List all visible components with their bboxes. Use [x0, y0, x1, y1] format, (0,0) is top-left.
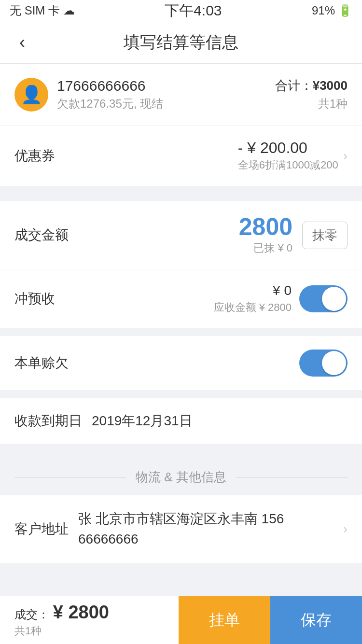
save-button[interactable]: 保存: [270, 596, 362, 644]
nav-bar: ‹ 填写结算等信息: [0, 21, 362, 64]
pre-receipt-label: 冲预收: [14, 290, 55, 308]
sim-status: 无 SIM 卡 ☁: [10, 3, 75, 18]
pre-receipt-value: ¥ 0: [214, 283, 292, 298]
toggle-knob: [322, 287, 346, 311]
address-label: 客户地址: [14, 520, 69, 538]
credit-toggle[interactable]: [299, 350, 348, 377]
separator-line-right: [236, 477, 348, 477]
due-date-value: 2019年12月31日: [92, 412, 193, 430]
pending-button[interactable]: 挂单: [179, 596, 270, 644]
logistics-label: 物流 & 其他信息: [136, 469, 226, 486]
pre-receipt-sub: 应收金额 ¥ 2800: [214, 300, 292, 315]
bottom-label: 成交：: [14, 608, 49, 621]
separator-line-left: [14, 477, 126, 477]
page-title: 填写结算等信息: [124, 31, 238, 54]
back-button[interactable]: ‹: [14, 28, 30, 57]
avatar: 👤: [14, 78, 48, 112]
round-button[interactable]: 抹零: [302, 222, 348, 249]
amount-section: 成交金额 2800 已抹 ¥ 0 抹零 冲预收 ¥ 0 应收金额 ¥ 2800: [0, 201, 362, 328]
credit-row: 本单赊欠: [0, 336, 362, 390]
amount-label: 成交金额: [14, 226, 69, 244]
coupon-discount: - ¥ 200.00: [238, 139, 338, 157]
credit-toggle-knob: [322, 351, 346, 375]
coupon-right: - ¥ 200.00 全场6折满1000减200 ›: [238, 139, 348, 172]
coupon-row[interactable]: 优惠券 - ¥ 200.00 全场6折满1000减200 ›: [0, 125, 362, 186]
battery-level: 91%: [312, 4, 335, 17]
customer-left: 👤 17666666666 欠款1276.35元, 现结: [14, 78, 163, 112]
pre-receipt-toggle[interactable]: [299, 285, 348, 312]
amount-row: 成交金额 2800 已抹 ¥ 0 抹零: [0, 201, 362, 269]
amount-sub: 已抹 ¥ 0: [239, 241, 292, 255]
bottom-bar: 成交： ¥ 2800 共1种 挂单 保存: [0, 596, 362, 644]
divider-1: [0, 194, 362, 201]
total-count: 共1种: [275, 96, 348, 112]
customer-section: 👤 17666666666 欠款1276.35元, 现结 合计：¥3000 共1…: [0, 64, 362, 186]
pre-receipt-row: 冲预收 ¥ 0 应收金额 ¥ 2800: [0, 269, 362, 328]
amount-value-group: 2800 已抹 ¥ 0: [239, 215, 292, 255]
credit-label: 本单赊欠: [14, 354, 69, 372]
status-right: 91% 🔋: [312, 4, 352, 17]
customer-row: 👤 17666666666 欠款1276.35元, 现结 合计：¥3000 共1…: [0, 64, 362, 125]
due-date-label: 收款到期日: [14, 412, 82, 430]
coupon-value: - ¥ 200.00 全场6折满1000减200: [238, 139, 338, 172]
total-label: 合计：¥3000: [275, 77, 348, 94]
pre-receipt-amount: ¥ 0 应收金额 ¥ 2800: [214, 283, 292, 315]
customer-phone: 17666666666: [57, 78, 163, 94]
bottom-summary: 成交： ¥ 2800 共1种: [0, 602, 179, 638]
chevron-right-icon: ›: [343, 148, 348, 164]
amount-value: 2800: [239, 215, 292, 239]
customer-total: 合计：¥3000 共1种: [275, 77, 348, 112]
divider-3: [0, 451, 362, 459]
status-left: 无 SIM 卡 ☁: [10, 3, 75, 18]
divider-2: [0, 328, 362, 336]
address-chevron-icon: ›: [343, 521, 348, 537]
address-value: 张 北京市市辖区海淀区永丰南 156 66666666: [78, 509, 343, 549]
bottom-label-row: 成交： ¥ 2800: [14, 602, 164, 623]
due-date-row: 收款到期日 2019年12月31日: [0, 398, 362, 444]
bottom-amount: ¥ 2800: [53, 602, 109, 622]
logistics-separator: 物流 & 其他信息: [0, 459, 362, 495]
address-row[interactable]: 客户地址 张 北京市市辖区海淀区永丰南 156 66666666 ›: [0, 495, 362, 563]
pre-receipt-right: ¥ 0 应收金额 ¥ 2800: [214, 283, 348, 315]
status-time: 下午4:03: [165, 1, 222, 21]
customer-sub: 欠款1276.35元, 现结: [57, 96, 163, 112]
customer-info: 17666666666 欠款1276.35元, 现结: [57, 78, 163, 112]
status-bar: 无 SIM 卡 ☁ 下午4:03 91% 🔋: [0, 0, 362, 21]
battery-icon: 🔋: [338, 4, 352, 17]
bottom-count: 共1种: [14, 624, 164, 638]
amount-right: 2800 已抹 ¥ 0 抹零: [239, 215, 348, 255]
coupon-desc: 全场6折满1000减200: [238, 158, 338, 172]
coupon-label: 优惠券: [14, 147, 55, 165]
avatar-icon: 👤: [21, 84, 42, 105]
